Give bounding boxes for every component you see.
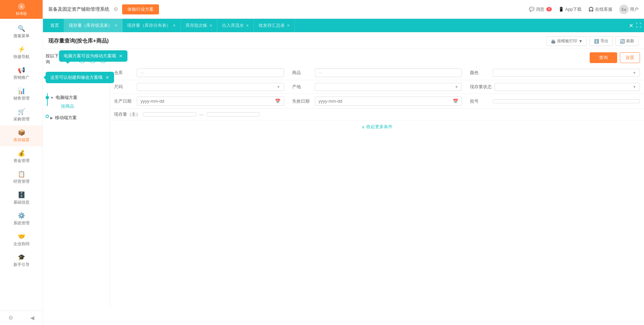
page-title-actions: 🖨️ 按模板打印 ▼ ⬇️ 导出 🔄 刷新 — [546, 36, 639, 46]
search-button[interactable]: 查询 — [590, 52, 617, 63]
inv-status-dropdown-icon: ▼ — [633, 85, 636, 89]
header-gear-icon[interactable]: ⚙ — [113, 6, 118, 12]
tab-inventory-dist[interactable]: 现存量（库存分布表） ✕ — [122, 19, 181, 32]
sidebar-item-sales[interactable]: 📊 销售管理 — [0, 84, 43, 105]
scheme-mobile-arrow: ▶ — [50, 116, 53, 120]
scheme-mobile[interactable]: ▶ 移动端方案 — [50, 113, 77, 122]
production-date-input[interactable]: 📅 — [137, 97, 284, 106]
system-icon: ⚙️ — [18, 212, 25, 219]
purchase-icon: 🛒 — [18, 108, 25, 115]
sidebar-item-enterprise[interactable]: 🤝 企业协同 — [0, 229, 43, 250]
goods-input[interactable]: ··· — [315, 68, 462, 77]
sidebar-item-label: 资金管理 — [13, 158, 30, 164]
refresh-label: 刷新 — [626, 38, 634, 44]
marketing-icon: 📢 — [18, 66, 25, 74]
export-button[interactable]: ⬇️ 导出 — [590, 36, 613, 46]
settings-icon[interactable]: ⚙ — [8, 315, 13, 321]
settings-form-button[interactable]: 设置 — [620, 52, 640, 63]
tab-inventory-status-label: 现存量（库存状况表） — [69, 22, 112, 29]
sales-icon: 📊 — [18, 87, 25, 95]
tab-collection-summary-label: 收发存汇总表 — [259, 22, 285, 29]
origin-label: 产地 — [292, 84, 312, 90]
sidebar-bottom: ⚙ ◀ — [0, 310, 43, 325]
sidebar-item-basic-info[interactable]: 🗄️ 基础信息 — [0, 188, 43, 209]
sidebar-item-label: 营销推广 — [13, 75, 30, 80]
user-item[interactable]: Ea 用户 — [619, 5, 639, 14]
scheme-pc-arrow: ▼ — [50, 96, 54, 100]
form-cell-inventory-main: 现存量（主） — — [110, 109, 644, 120]
inventory-main-input-to[interactable] — [206, 112, 260, 116]
tab-in-out-flow[interactable]: 出入库流水 ✕ — [217, 19, 254, 32]
color-dropdown-icon: ▼ — [633, 71, 636, 75]
origin-dropdown-icon: ▼ — [454, 85, 458, 89]
size-select[interactable]: ▼ — [137, 83, 284, 91]
sidebar-item-search-menu[interactable]: 🔍 搜索菜单 — [0, 21, 43, 42]
color-label: 颜色 — [470, 70, 490, 76]
tab-collection-summary[interactable]: 收发存汇总表 ✕ — [254, 19, 295, 32]
page-title: 现存量查询(按仓库+商品) — [48, 38, 109, 45]
tab-close-all-icon[interactable]: ✕ — [629, 22, 633, 29]
color-select[interactable]: ▼ — [493, 69, 640, 77]
collapse-sidebar-icon[interactable]: ◀ — [30, 315, 34, 321]
basic-info-icon: 🗄️ — [18, 191, 25, 199]
tab-close-icon-2[interactable]: ✕ — [173, 23, 176, 28]
expiry-date-input[interactable]: 📅 — [315, 97, 462, 106]
inventory-main-input-from[interactable] — [143, 112, 197, 116]
online-support-item[interactable]: 🎧 在线客服 — [588, 6, 612, 12]
tab-batch-account-label: 库存批次账 — [185, 22, 207, 29]
form-cell-size: 尺码 ▼ — [110, 80, 288, 94]
query-main: 现存量查询(按仓库+商品) 🖨️ 按模板打印 ▼ ⬇️ 导出 🔄 刷新 — [43, 32, 644, 325]
export-icon: ⬇️ — [594, 39, 599, 44]
tab-close-icon-5[interactable]: ✕ — [287, 23, 290, 28]
refresh-icon: 🔄 — [620, 39, 625, 44]
header-left: 装备及固定资产辅助管理系统 ⚙ 体验行业方案 — [48, 4, 159, 14]
expiry-date-field[interactable] — [319, 99, 452, 104]
export-label: 导出 — [600, 38, 608, 44]
experience-industry-button[interactable]: 体验行业方案 — [122, 4, 159, 14]
sidebar-logo: 6 标准版 — [0, 0, 43, 19]
sidebar-item-label: 库存核算 — [13, 137, 30, 143]
sidebar-item-quick-nav[interactable]: ⚡ 快捷导航 — [0, 42, 43, 63]
app-download-item[interactable]: 📱 App下载 — [558, 6, 582, 12]
avatar-text: Ea — [622, 7, 626, 11]
inventory-status-label: 现存量状态 — [470, 84, 492, 90]
scheme-pc[interactable]: ▼ 电脑端方案 — [50, 93, 77, 102]
warehouse-input[interactable]: ··· — [137, 68, 284, 77]
sidebar-item-inventory[interactable]: 📦 库存核算 — [0, 125, 43, 146]
tab-expand-icon[interactable]: ⛶ — [636, 22, 641, 29]
scheme-pc-label: 电脑端方案 — [56, 95, 77, 101]
tab-close-icon-3[interactable]: ✕ — [209, 23, 212, 28]
message-icon: 💬 — [529, 7, 534, 12]
batch-input[interactable] — [493, 99, 640, 103]
headset-icon: 🎧 — [588, 7, 594, 12]
tab-close-icon[interactable]: ✕ — [114, 23, 117, 28]
tooltip2-close-icon[interactable]: ✕ — [105, 75, 109, 80]
phone-icon: 📱 — [558, 7, 564, 12]
tooltip1-close-icon[interactable]: ✕ — [119, 53, 123, 59]
collapse-button[interactable]: ∧ 收起更多条件 — [110, 120, 644, 133]
origin-select[interactable]: ▼ — [315, 83, 462, 91]
tab-inventory-status[interactable]: 现存量（库存状况表） ✕ — [64, 19, 122, 32]
sidebar-item-system[interactable]: ⚙️ 系统管理 — [0, 209, 43, 229]
print-template-button[interactable]: 🖨️ 按模板打印 ▼ — [546, 36, 587, 46]
scheme-pc-child[interactable]: 按商品 — [50, 102, 77, 111]
sidebar-item-finance[interactable]: 💰 资金管理 — [0, 146, 43, 167]
tab-close-icon-4[interactable]: ✕ — [246, 23, 249, 28]
sidebar-item-marketing[interactable]: 📢 营销推广 — [0, 63, 43, 84]
empty-state: 1 请先选择要分析的方案 2 用过滤条件来缩小分析范围 — [43, 307, 644, 325]
production-date-field[interactable] — [141, 99, 274, 104]
sidebar-item-operations[interactable]: 📋 经营管理 — [0, 167, 43, 188]
tab-home-label: 首页 — [50, 22, 59, 29]
production-date-label: 生产日期 — [114, 98, 134, 104]
refresh-button[interactable]: 🔄 刷新 — [615, 36, 639, 46]
size-dropdown-icon: ▼ — [277, 85, 280, 89]
tab-home[interactable]: 首页 — [46, 19, 64, 32]
message-item[interactable]: 💬 消息 9 — [529, 6, 552, 12]
calendar-icon-production: 📅 — [275, 99, 280, 104]
main-content: 装备及固定资产辅助管理系统 ⚙ 体验行业方案 💬 消息 9 📱 App下载 🎧 … — [43, 0, 644, 325]
sidebar-item-newbie[interactable]: 🎓 新手引导 — [0, 250, 43, 271]
sidebar-item-purchase[interactable]: 🛒 采购管理 — [0, 105, 43, 125]
batch-label: 批号 — [470, 98, 490, 104]
inventory-status-select[interactable]: ▼ — [494, 83, 640, 91]
tab-batch-account[interactable]: 库存批次账 ✕ — [181, 19, 217, 32]
